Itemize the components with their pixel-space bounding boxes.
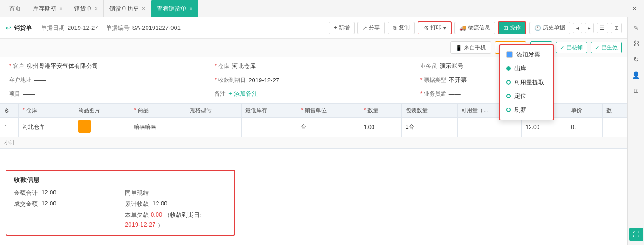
sidebar-grid-icon[interactable]: ⊞ [629,84,643,97]
same-order-row: 同单现结 —— [125,189,227,197]
tab-inventory-close[interactable]: × [59,6,62,12]
col-settings[interactable]: ⚙ [0,104,19,118]
logistics-button-label: 物流信息 [468,24,490,32]
col-model: 规格型号 [186,104,241,118]
add-invoice-label: 添加发票 [516,51,540,59]
row-package-qty: 1台 [402,118,458,137]
print-icon: 🖨 [423,25,429,31]
balance-due-label: （收款到期日: [164,211,202,219]
doc-header: ↩ 销货单 单据日期 2019-12-27 单据编号 SA-20191227-0… [0,17,627,39]
transaction-value: 12.00 [41,200,56,208]
list-view-button[interactable]: ☰ [597,23,608,33]
salesperson-value: —— [449,91,461,97]
col-warehouse: 仓库 [19,104,74,118]
doc-number-label: 单据编号 [106,24,130,32]
tab-inventory[interactable]: 库存期初 × [27,0,68,17]
history-button[interactable]: 🕐 历史单据 [529,22,570,34]
subtotal-row: 小计 [0,137,627,149]
row-sales-unit: 台 [297,118,360,137]
new-button[interactable]: + 新增 [329,22,355,34]
print-button[interactable]: 🖨 打印 ▾ [418,21,452,34]
row-quantity: 1.00 [360,118,401,137]
tab-bar-close-button[interactable]: × [629,5,640,13]
cumulative-row: 累计收款 12.00 [125,200,227,208]
product-image [78,120,91,133]
dropdown-refresh[interactable]: 刷新 [500,103,553,117]
transaction-label: 成交金额 [14,200,38,208]
row-unit-price: 0. [567,118,603,137]
payment-date-value: 2019-12-27 [249,77,279,84]
tab-home[interactable]: 首页 [4,0,27,17]
payment-date-field: 收款到期日 2019-12-27 [211,75,416,85]
dropdown-add-invoice[interactable]: 添加发票 [500,48,553,62]
dropdown-outbound[interactable]: 出库 [500,62,553,75]
action-icon: ⊞ [503,25,508,31]
sidebar-edit-icon[interactable]: ✎ [629,21,643,35]
locate-label: 定位 [514,92,526,100]
customer-label: 客户 [9,63,24,70]
payment-title: 收款信息 [14,176,227,184]
customer-value: 柳州粤港平安气体有限公司 [27,62,98,70]
transaction-row: 成交金额 12.00 [14,200,116,208]
logistics-button[interactable]: 🚚 物流信息 [454,22,495,34]
tab-bar: 首页 库存期初 × 销货单 × 销货单历史 × 查看销货单 × × [0,0,644,17]
dropdown-locate[interactable]: 定位 [500,89,553,103]
copy-button-label: 复制 [399,24,410,32]
copy-button[interactable]: ⧉ 复制 [388,22,415,34]
prev-button[interactable]: ◂ [573,23,582,33]
from-phone-label: 来自手机 [464,44,486,51]
add-invoice-icon [506,51,513,58]
tab-sales-history[interactable]: 销货单历史 × [104,0,151,17]
warehouse-field: 仓库 河北仓库 [211,61,416,72]
doc-date-value: 2019-12-27 [68,24,98,31]
tab-sales-order-close[interactable]: × [95,6,98,12]
payment-date-label: 收款到期日 [215,76,246,84]
next-button[interactable]: ▸ [585,23,594,33]
col-unit-price: 单价 [567,104,603,118]
locate-icon [506,94,511,98]
tab-sales-history-close[interactable]: × [142,6,145,12]
from-phone-button[interactable]: 📱 来自手机 [450,41,491,54]
col-min-stock: 最低库存 [242,104,297,118]
dropdown-available-extract[interactable]: 可用量提取 [500,75,553,89]
col-product: 商品 [130,104,186,118]
doc-date-label: 单据日期 [41,24,65,32]
tab-inventory-label: 库存期初 [33,5,56,13]
sidebar-refresh-icon[interactable]: ↻ [629,52,643,66]
refresh-label: 刷新 [514,106,526,114]
action-button[interactable]: ⊞ 操作 [498,21,526,34]
balance-due-end: ） [158,221,164,229]
balance-row: 本单欠款 0.00 （收款到期日: 2019-12-27 ） [125,211,227,229]
payment-info-box: 收款信息 金额合计 12.00 同单现结 —— 成交金额 12.00 累计收款 … [6,170,235,236]
tab-view-sales[interactable]: 查看销货单 × [151,0,198,17]
tab-sales-order[interactable]: 销货单 × [68,0,104,17]
doc-number-value: SA-20191227-001 [132,24,181,31]
gear-icon: ⚙ [4,108,9,114]
tab-home-label: 首页 [9,5,21,13]
row-index: 1 [0,118,19,137]
customer-field: 客户 柳州粤港平安气体有限公司 [6,61,211,72]
same-order-value: —— [153,189,164,197]
effective-button[interactable]: ✓ 已生效 [591,42,622,53]
sale-return-button[interactable]: ✓ 已核销 [556,42,587,53]
share-button[interactable]: ↗ 分享 [357,22,385,34]
tab-view-sales-close[interactable]: × [189,6,192,12]
available-extract-icon [506,80,511,85]
tab-sales-order-label: 销货单 [74,5,92,13]
amount-total-label: 金额合计 [14,189,38,197]
sale-return-label: 已核销 [566,44,583,51]
project-value: —— [23,91,35,97]
grid-view-button[interactable]: ⊞ [611,23,622,33]
row-warehouse: 河北仓库 [19,118,74,137]
sidebar-fullscreen-icon[interactable]: ⛶ [629,228,643,241]
balance-value: 0.00 [151,211,162,219]
subtotal-label: 小计 [0,137,627,149]
address-field: 客户地址 —— [6,75,211,85]
sidebar-user-icon[interactable]: 👤 [629,68,643,82]
new-button-label: + 新增 [334,24,350,32]
sidebar-link-icon[interactable]: ⛓ [629,37,643,51]
print-dropdown-arrow: ▾ [443,25,446,31]
add-note-button[interactable]: + 添加备注 [228,90,257,98]
same-order-label: 同单现结 [125,189,149,197]
note-label: 备注 [215,90,226,98]
